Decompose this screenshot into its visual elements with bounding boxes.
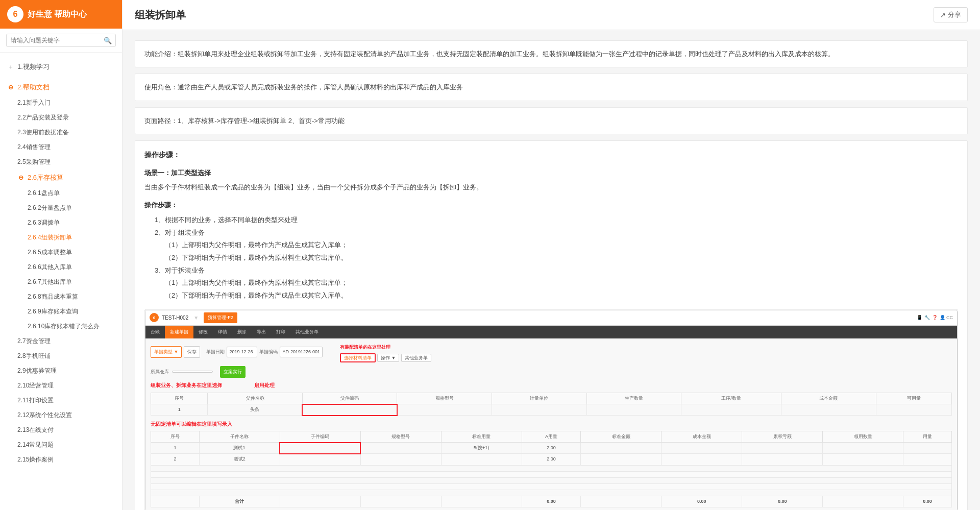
screenshot-area: 6 TEST-H002 ▼ 预算管理-F2 📱 🔧 ❓ 👤 CC	[144, 309, 958, 510]
sidebar-item-2-6-2[interactable]: 2.6.2分量盘点单	[0, 201, 122, 215]
sim-nav-导出[interactable]: 导出	[252, 326, 271, 338]
user-icon: 👤 CC	[940, 313, 953, 322]
sim-nav-删除[interactable]: 删除	[232, 326, 252, 338]
sidebar-search-area: 🔍	[0, 29, 122, 53]
sidebar-item-2-6-9[interactable]: 2.6.9库存账本查询	[0, 304, 122, 319]
sidebar-item-2-14[interactable]: 2.14常见问题	[0, 438, 122, 452]
th-process: 工序/数量	[681, 393, 781, 404]
scenario1-desc: 当由多个子件材料组装成一个成品的业务为【组装】业务，当由一个父件拆分成多个子产品…	[144, 181, 958, 194]
bottom-row-4	[151, 471, 952, 477]
sidebar: 6 好生意 帮助中心 🔍 ＋ 1.视频学习 ⊖ 2.帮助文档 2.1新手入门 2…	[0, 0, 122, 510]
sidebar-item-2-6-6[interactable]: 2.6.6其他入库单	[0, 260, 122, 275]
sidebar-item-2-6-4[interactable]: 2.6.4组装拆卸单	[0, 230, 122, 245]
steps-card: 操作步骤： 场景一：加工类型选择 当由多个子件材料组装成一个成品的业务为【组装】…	[135, 140, 968, 510]
search-icon[interactable]: 🔍	[104, 37, 112, 44]
sim-toolbar: 单据类型 ▼ 保存 单据日期 2019-12-26 单据编码 AD-201912…	[151, 342, 952, 363]
sidebar-item-2-4[interactable]: 2.4销售管理	[0, 140, 122, 155]
sidebar-item-docs-label: 2.帮助文档	[17, 83, 50, 92]
sidebar-header: 6 好生意 帮助中心	[0, 0, 122, 29]
bottom-row-3	[151, 465, 952, 471]
sim-nav-台账[interactable]: 台账	[145, 326, 165, 338]
sim-btn-save[interactable]: 保存	[184, 346, 200, 358]
sidebar-item-video[interactable]: ＋ 1.视频学习	[0, 59, 122, 75]
sidebar-item-2-6-5[interactable]: 2.6.5成本调整单	[0, 245, 122, 260]
search-wrap: 🔍	[6, 34, 116, 47]
th-parent-code: 父件编码	[302, 393, 397, 404]
share-icon: ↗	[940, 11, 946, 19]
sidebar-item-2-5[interactable]: 2.5采购管理	[0, 155, 122, 169]
sim-top-table-area: 序号 父件名称 父件编码 规格型号 计量单位 生产数量 工序/数量 成本金额	[151, 393, 952, 416]
share-button[interactable]: ↗ 分享	[934, 7, 968, 22]
sim-btn-doctype[interactable]: 单据类型 ▼	[151, 346, 182, 358]
sim-btn-confirm[interactable]: 立案实行	[220, 366, 246, 378]
th-spec: 规格型号	[397, 393, 492, 404]
sim-topbar-icons: 📱 🔧 ❓ 👤 CC	[917, 313, 953, 322]
sim-date-input[interactable]: 2019-12-26	[227, 347, 257, 357]
minus-icon: ⊖	[7, 84, 14, 91]
sim-bottom-table: 序号 子件名称 子件编码 规格型号 标准用量 A用量 标准金额 成本金额	[151, 431, 952, 507]
sidebar-item-2-8[interactable]: 2.8手机旺铺	[0, 349, 122, 363]
bottom-row-6	[151, 483, 952, 490]
step2: 2、对于组装业务	[144, 227, 958, 239]
th-avail: 可用量	[876, 393, 951, 404]
intro-text: 功能介绍：组装拆卸单用来处理企业组装或拆卸等加工业务，支持有固定装配清单的产品加…	[144, 48, 958, 60]
th-cost: 成本金额	[781, 393, 876, 404]
bottom-row-1: 1 测试1 5(按+1) 2.00	[151, 443, 952, 454]
sidebar-item-2-10[interactable]: 2.10经营管理	[0, 378, 122, 393]
bottom-row-5	[151, 477, 952, 483]
sidebar-item-2-9[interactable]: 2.9优惠券管理	[0, 363, 122, 378]
sidebar-item-2-6-3[interactable]: 2.6.3调拨单	[0, 215, 122, 230]
sim-btn-other[interactable]: 其他业务单	[401, 354, 431, 362]
sim-code-input[interactable]: AD-20191226-001	[280, 347, 323, 357]
sim-nav: 台账 新建单据 修改 详情 删除 导出 打印 其他业务单	[145, 326, 957, 338]
search-input[interactable]	[6, 34, 116, 47]
role-card: 使用角色：通常由生产人员或库管人员完成拆装业务的操作，库管人员确认原材料的出库和…	[135, 74, 968, 101]
main-area: 组装拆卸单 ↗ 分享 功能介绍：组装拆卸单用来处理企业组装或拆卸等加工业务，支持…	[122, 0, 980, 510]
sidebar-item-2-6-1[interactable]: 2.6.1盘点单	[0, 186, 122, 201]
nav-section-docs: ⊖ 2.帮助文档 2.1新手入门 2.2产品安装及登录 2.3使用前数据准备 2…	[0, 77, 122, 469]
sidebar-item-2-7[interactable]: 2.7资金管理	[0, 334, 122, 349]
th-qty: 生产数量	[586, 393, 681, 404]
sim-nav-修改[interactable]: 修改	[193, 326, 213, 338]
sidebar-logo: 6	[7, 6, 23, 22]
sidebar-item-2-1[interactable]: 2.1新手入门	[0, 95, 122, 110]
sidebar-item-2-11[interactable]: 2.11打印设置	[0, 393, 122, 408]
share-label: 分享	[948, 10, 961, 19]
sidebar-item-2-15[interactable]: 2.15操作案例	[0, 452, 122, 467]
path-text: 页面路径：1、库存核算->库存管理->组装拆卸单 2、首页->常用功能	[144, 115, 958, 127]
step2-2: （2）下部明细为子件明细，最终作为原材料生成其它出库单。	[144, 252, 958, 264]
sim-app: 6 TEST-H002 ▼ 预算管理-F2 📱 🔧 ❓ 👤 CC	[145, 310, 958, 510]
sim-nav-新建[interactable]: 新建单据	[165, 326, 193, 338]
sidebar-item-docs[interactable]: ⊖ 2.帮助文档	[0, 79, 122, 95]
sidebar-item-2-6-label: 2.6库存核算	[28, 173, 63, 182]
sidebar-item-2-6-8[interactable]: 2.6.8商品成本重算	[0, 289, 122, 304]
sim-btn-bom[interactable]: 选择材料清单	[340, 353, 376, 362]
sim-app-wrapper: 6 TEST-H002 ▼ 预算管理-F2 📱 🔧 ❓ 👤 CC	[145, 310, 958, 510]
sim-nav-详情[interactable]: 详情	[213, 326, 232, 338]
sim-warehouse-row: 所属仓库 立案实行	[151, 366, 952, 378]
sim-nav-其他[interactable]: 其他业务单	[290, 326, 324, 338]
sidebar-item-2-6-10[interactable]: 2.6.10库存账本错了怎么办	[0, 319, 122, 334]
th-seq: 序号	[151, 393, 208, 404]
sidebar-item-2-2[interactable]: 2.2产品安装及登录	[0, 110, 122, 125]
scenario1-title: 场景一：加工类型选择	[144, 167, 958, 180]
sim-btn-action[interactable]: 操作 ▼	[377, 354, 399, 362]
sidebar-item-2-6-7[interactable]: 2.6.7其他出库单	[0, 275, 122, 289]
sim-topbar-btn[interactable]: 预算管理-F2	[204, 312, 237, 323]
sidebar-nav: ＋ 1.视频学习 ⊖ 2.帮助文档 2.1新手入门 2.2产品安装及登录 2.3…	[0, 53, 122, 510]
sim-code-label: 单据编码	[259, 348, 278, 356]
sim-content: 单据类型 ▼ 保存 单据日期 2019-12-26 单据编码 AD-201912…	[145, 338, 957, 510]
sim-nav-打印[interactable]: 打印	[271, 326, 290, 338]
nav-section-video: ＋ 1.视频学习	[0, 57, 122, 77]
plus-icon: ＋	[7, 63, 14, 70]
sidebar-item-2-3[interactable]: 2.3使用前数据准备	[0, 125, 122, 140]
sim-warehouse-input[interactable]	[172, 371, 213, 373]
step2-1: （1）上部明细为父件明细，最终作为产成品生成其它入库单；	[144, 239, 958, 252]
sidebar-item-2-12[interactable]: 2.12系统个性化设置	[0, 408, 122, 423]
type-select-annotation: 组装业务、拆卸业务在这里选择	[151, 382, 222, 388]
sidebar-item-2-13[interactable]: 2.13在线支付	[0, 423, 122, 438]
sidebar-title: 好生意 帮助中心	[28, 9, 87, 20]
bottom-total-row: 合计 0.00 0.00 0.00	[151, 496, 952, 507]
bom-area: 有装配清单的在这里处理 选择材料清单 操作 ▼ 其他业务单	[340, 342, 431, 363]
sidebar-item-2-6[interactable]: ⊖ 2.6库存核算	[0, 169, 122, 186]
